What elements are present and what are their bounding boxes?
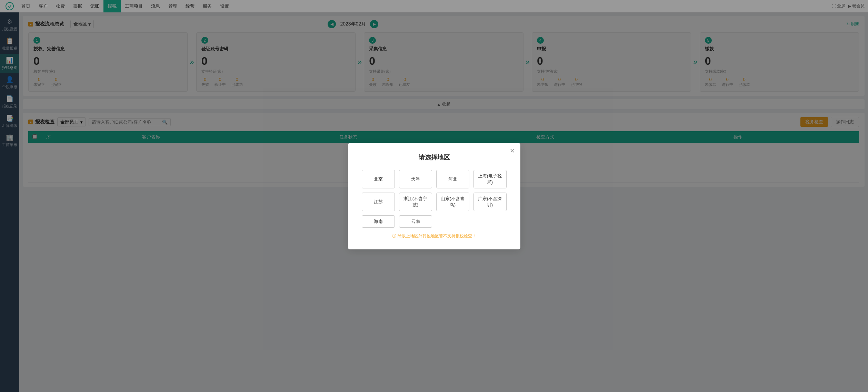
region-btn-广东(不含深圳)[interactable]: 广东(不含深圳) <box>473 193 507 211</box>
region-row-1: 北京天津河北上海(电子税局) <box>362 170 507 188</box>
region-btn-北京[interactable]: 北京 <box>362 170 395 188</box>
region-btn-empty <box>473 215 507 228</box>
region-btn-山东(不含青岛)[interactable]: 山东(不含青岛) <box>436 193 469 211</box>
modal-warning: ⓘ 除以上地区外其他地区暂不支持报税检查！ <box>362 233 507 239</box>
modal-close-btn[interactable]: ✕ <box>510 148 515 154</box>
region-btn-海南[interactable]: 海南 <box>362 215 395 228</box>
modal-title: 请选择地区 <box>362 153 507 162</box>
region-btn-浙江(不含宁波)[interactable]: 浙江(不含宁波) <box>399 193 432 211</box>
region-btn-云南[interactable]: 云南 <box>399 215 432 228</box>
region-btn-河北[interactable]: 河北 <box>436 170 469 188</box>
modal-overlay: ✕ 请选择地区 北京天津河北上海(电子税局) 江苏浙江(不含宁波)山东(不含青岛… <box>0 0 868 392</box>
modal: ✕ 请选择地区 北京天津河北上海(电子税局) 江苏浙江(不含宁波)山东(不含青岛… <box>348 143 520 249</box>
region-btn-empty <box>436 215 469 228</box>
region-row-2: 江苏浙江(不含宁波)山东(不含青岛)广东(不含深圳) <box>362 193 507 211</box>
region-btn-上海(电子税局)[interactable]: 上海(电子税局) <box>473 170 507 188</box>
region-btn-江苏[interactable]: 江苏 <box>362 193 395 211</box>
region-btn-天津[interactable]: 天津 <box>399 170 432 188</box>
region-row-3: 海南云南 <box>362 215 507 228</box>
